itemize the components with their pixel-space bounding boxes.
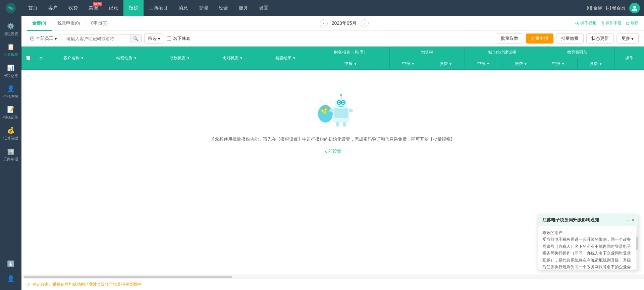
svg-marker-9 [577, 22, 579, 24]
accounts-checkbox[interactable]: 名下账套 [167, 35, 191, 42]
select-all-checkbox[interactable] [26, 56, 31, 60]
member-button[interactable]: 畅会员 [606, 5, 625, 11]
batch-pay-button[interactable]: 批量缴费 [556, 33, 584, 44]
scroll-track[interactable] [24, 276, 232, 278]
empty-message: 若您想使用批量报税功能，请先在【报税设置】中进行报税的初始化设置，完成密码验证和… [211, 135, 455, 143]
accounts-checkbox-input[interactable] [167, 37, 171, 41]
th-urban-declare: 申报 ▼ [465, 58, 502, 70]
sidebar-item-settlement[interactable]: 💰 汇算清缴 [0, 123, 21, 144]
notification-close[interactable]: × [632, 217, 634, 223]
svg-point-26 [338, 102, 340, 103]
sidebar-item-batch-tax[interactable]: 📋 批量报税 [0, 40, 21, 60]
filter-button[interactable]: 筛选 ▾ [144, 33, 164, 44]
tab-all[interactable]: 全部(0) [27, 16, 52, 31]
svg-rect-5 [590, 9, 592, 10]
accounts-checkbox-label: 名下账套 [173, 35, 191, 42]
tax-settings-icon: ⚙️ [7, 22, 15, 30]
download-icon: ⬇️ [7, 260, 15, 268]
setup-link[interactable]: 立即设置 [324, 148, 341, 154]
main-table: ⚙ 客户名称 ▼ 纳税性质 ▼ 取数状态 ▼ 比对状态 ▼ [21, 47, 644, 168]
notification-content: 尊敬的用户: 受当前电子税务局进一步升级的影响，同一个政务网账号（办税人）名下的… [542, 229, 634, 270]
sidebar-item-tax-records[interactable]: 📝 报税记录 [0, 102, 21, 123]
sidebar-item-annual-report[interactable]: 🏢 工商年报 [0, 144, 21, 165]
svg-point-1 [9, 7, 12, 9]
scroll-indicator [21, 275, 644, 279]
search-button[interactable]: 🔍 [130, 34, 141, 43]
sidebar-item-tax-settings[interactable]: ⚙️ 报税设置 [0, 19, 21, 40]
employee-select-label: 全部员工 [36, 35, 53, 42]
tab-tax-declare[interactable]: 税款申报(0) [52, 16, 86, 31]
search-input[interactable] [63, 34, 130, 43]
svg-point-27 [342, 102, 344, 103]
th-checkbox [22, 47, 35, 70]
more-button[interactable]: 更多 ▾ [616, 33, 639, 44]
status-update-button[interactable]: 状态更新 [586, 33, 614, 44]
nav-bookkeeping[interactable]: 记账 [103, 0, 123, 16]
th-compare-status: 比对状态 ▼ [206, 47, 259, 70]
tax-summary-icon: 📊 [7, 64, 15, 72]
tabs-mid: ‹ 2023年05月 › [113, 19, 575, 27]
th-vat: 增值税 [390, 47, 465, 58]
sidebar-item-user[interactable]: 👤 [0, 271, 21, 286]
warning-icon: ⚠ [27, 282, 31, 287]
employee-select[interactable]: 全部员工 ▾ [27, 34, 60, 43]
th-check-result: 检查结果 ▼ [259, 47, 312, 70]
th-finance-declare: 申报 ▼ [312, 58, 389, 70]
th-vat-declare: 申报 ▼ [390, 58, 427, 70]
svg-point-7 [633, 6, 636, 8]
personal-tax-icon: 👤 [7, 85, 15, 93]
notification-minimize[interactable]: – [627, 217, 629, 223]
month-prev-button[interactable]: ‹ [320, 19, 328, 27]
invoice-badge: NEW [93, 2, 102, 6]
tabs-bar: 全部(0) 税款申报(0) 0申报(0) ‹ 2023年05月 › 操作视频 [21, 16, 644, 31]
fullscreen-button[interactable]: 全屏 [587, 5, 602, 11]
nav-service[interactable]: 服务 [233, 0, 254, 16]
th-settings: ⚙ [35, 47, 47, 70]
batch-fetch-button[interactable]: 批量取数 [496, 33, 523, 44]
sidebar-label-tax-settings: 报税设置 [3, 31, 18, 36]
action-refresh[interactable]: 刷新 [626, 20, 639, 26]
svg-point-16 [323, 111, 326, 114]
th-urban: 城市维护建设税 [465, 47, 540, 58]
th-name: 客户名称 ▼ [47, 47, 100, 70]
th-education: 教育费附加 [540, 47, 615, 58]
nav-manage[interactable]: 管理 [193, 0, 213, 16]
nav-right: 全屏 畅会员 [587, 3, 640, 13]
nav-fee[interactable]: 收费 [63, 0, 83, 16]
batch-declare-button[interactable]: 批量申报 [526, 33, 553, 44]
top-nav: 首页 客户 收费 票据 NEW 记账 报税 工商项目 消息 管理 经营 服务 设… [0, 0, 644, 16]
nav-tax[interactable]: 报税 [123, 0, 144, 16]
tab-zero-declare[interactable]: 0申报(0) [86, 16, 113, 31]
nav-invoice[interactable]: 票据 NEW [83, 0, 103, 16]
svg-rect-32 [336, 122, 339, 127]
nav-message[interactable]: 消息 [173, 0, 193, 16]
employee-select-arrow: ▾ [55, 36, 57, 41]
action-video[interactable]: 操作视频 [575, 20, 596, 26]
user-avatar[interactable] [629, 3, 640, 13]
nav-business[interactable]: 工商项目 [144, 0, 173, 16]
nav-operation[interactable]: 经营 [213, 0, 233, 16]
svg-rect-4 [588, 9, 589, 10]
sidebar-label-batch-tax: 批量报税 [3, 52, 18, 57]
nav-settings[interactable]: 设置 [254, 0, 274, 16]
month-next-button[interactable]: › [361, 19, 369, 27]
nav-home[interactable]: 首页 [23, 0, 43, 16]
batch-tax-icon: 📋 [7, 43, 15, 51]
action-manual[interactable]: 操作手册 [600, 20, 622, 26]
sidebar-item-personal-tax[interactable]: 👤 个税申报 [0, 81, 21, 102]
notification-header: 江苏电子税务局升级影响通知 – × [538, 214, 638, 226]
empty-state-row: $ $ [22, 70, 644, 168]
sidebar-item-tax-summary[interactable]: 📊 报税总览 [0, 61, 21, 81]
tabs-right: 操作视频 操作手册 刷新 [575, 20, 639, 26]
notification-body: 尊敬的用户: 受当前电子税务局进一步升级的影响，同一个政务网账号（办税人）名下的… [538, 226, 638, 270]
sidebar-bottom: ⬇️ 👤 [0, 257, 21, 290]
svg-rect-20 [334, 108, 348, 118]
nav-customer[interactable]: 客户 [43, 0, 63, 16]
sidebar-item-download[interactable]: ⬇️ [0, 257, 21, 271]
search-wrap: 🔍 [63, 34, 142, 43]
bottom-warning-text: 验证账密、采集信息均成功的企业才会流转至批量报税页面中 [33, 282, 141, 287]
logo[interactable] [4, 1, 17, 15]
notification-scrollbar[interactable] [636, 226, 638, 270]
tax-records-icon: 📝 [7, 105, 15, 114]
annual-report-icon: 🏢 [7, 147, 15, 155]
